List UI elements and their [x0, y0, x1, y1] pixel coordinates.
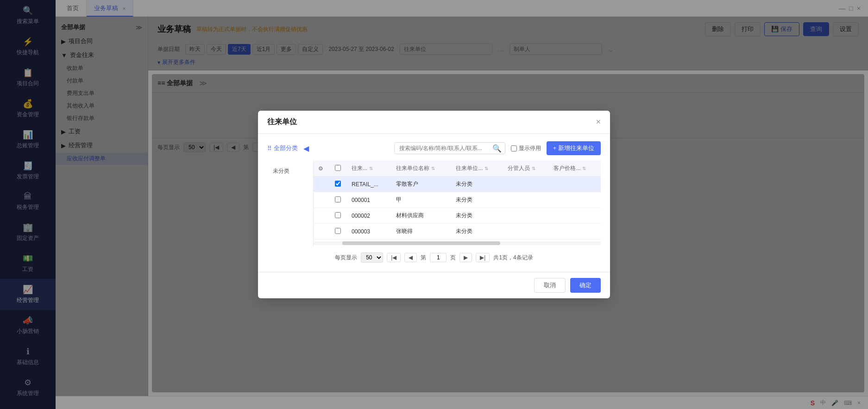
- row-settings: [314, 224, 330, 239]
- party-table-wrap: ⚙ 往来...⇅ 往来单位名称⇅ 往来单位...⇅ 分管人员⇅ 客户价格...⇅: [314, 161, 601, 247]
- page-unit: 页: [450, 254, 456, 262]
- row-category: 未分类: [451, 176, 503, 192]
- row-checkbox[interactable]: [330, 224, 347, 239]
- dialog-pagination: 每页显示 50 |◀ ◀ 第 页 ▶ ▶| 共1页，4条记录: [267, 247, 601, 264]
- party-dialog: 往来单位 × ⠿ 全部分类 ◀ 🔍: [258, 111, 610, 298]
- row-settings: [314, 208, 330, 224]
- modal-overlay: 往来单位 × ⠿ 全部分类 ◀ 🔍: [0, 0, 868, 409]
- col-name: 往来单位名称⇅: [391, 161, 451, 176]
- row-category: 未分类: [451, 192, 503, 208]
- row-checkbox[interactable]: [330, 208, 347, 224]
- dialog-content: 未分类 ⚙ 往来...⇅ 往来单位名称⇅ 往来单位...⇅: [267, 161, 601, 247]
- row-manager: [503, 192, 549, 208]
- row-select-3[interactable]: [335, 212, 341, 218]
- grid-icon: ⠿: [267, 145, 272, 152]
- dialog-toolbar: ⠿ 全部分类 ◀ 🔍 显示停用 + 新增往来单位: [267, 141, 601, 155]
- row-name: 甲: [391, 192, 451, 208]
- row-settings: [314, 192, 330, 208]
- row-code: 000001: [347, 192, 391, 208]
- row-name: 材料供应商: [391, 208, 451, 224]
- page-label: 第: [421, 254, 426, 262]
- category-panel: 未分类: [267, 161, 314, 247]
- table-row[interactable]: 000001 甲 未分类: [314, 192, 601, 208]
- table-row[interactable]: 000003 张晓得 未分类: [314, 224, 601, 239]
- dialog-close-button[interactable]: ×: [596, 117, 601, 127]
- collapse-category-icon[interactable]: ◀: [303, 144, 309, 153]
- dialog-body: ⠿ 全部分类 ◀ 🔍 显示停用 + 新增往来单位: [258, 134, 610, 272]
- search-wrap: 🔍: [394, 142, 505, 154]
- dialog-right-toolbar: 🔍 显示停用 + 新增往来单位: [394, 141, 601, 155]
- row-price: [549, 208, 601, 224]
- row-checkbox[interactable]: [330, 176, 347, 192]
- show-disabled-checkbox[interactable]: [511, 145, 517, 151]
- row-select-2[interactable]: [335, 196, 341, 202]
- dialog-left: ⠿ 全部分类 ◀: [267, 144, 309, 153]
- total-records: 共1页，4条记录: [493, 254, 533, 262]
- col-checkbox[interactable]: [330, 161, 347, 176]
- search-icon[interactable]: 🔍: [492, 144, 502, 153]
- row-price: [549, 192, 601, 208]
- col-settings[interactable]: ⚙: [314, 161, 330, 176]
- col-price: 客户价格...⇅: [549, 161, 601, 176]
- all-category-label: ⠿ 全部分类: [267, 144, 298, 152]
- row-category: 未分类: [451, 224, 503, 239]
- per-page-label: 每页显示: [335, 254, 357, 262]
- row-settings: [314, 176, 330, 192]
- row-category: 未分类: [451, 208, 503, 224]
- row-select-1[interactable]: [335, 181, 341, 187]
- dialog-footer: 取消 确定: [258, 272, 610, 298]
- dialog-page-input[interactable]: [430, 253, 447, 262]
- dialog-page-next[interactable]: ▶: [459, 253, 472, 262]
- cancel-button[interactable]: 取消: [534, 278, 566, 293]
- scrollbar-thumb: [342, 241, 500, 245]
- table-row[interactable]: RETAIL_... 零散客户 未分类: [314, 176, 601, 192]
- cat-item-uncategorized[interactable]: 未分类: [267, 164, 313, 178]
- col-manager: 分管人员⇅: [503, 161, 549, 176]
- select-all-checkbox[interactable]: [335, 165, 341, 171]
- row-checkbox[interactable]: [330, 192, 347, 208]
- col-category: 往来单位...⇅: [451, 161, 503, 176]
- row-manager: [503, 208, 549, 224]
- table-scrollbar[interactable]: [314, 241, 601, 245]
- dialog-header: 往来单位 ×: [258, 111, 610, 134]
- row-manager: [503, 176, 549, 192]
- row-price: [549, 176, 601, 192]
- row-name: 零散客户: [391, 176, 451, 192]
- col-code: 往来...⇅: [347, 161, 391, 176]
- dialog-per-page-select[interactable]: 50: [361, 252, 383, 263]
- row-code: RETAIL_...: [347, 176, 391, 192]
- dialog-title: 往来单位: [267, 117, 297, 127]
- dialog-page-last[interactable]: ▶|: [476, 253, 490, 262]
- row-code: 000003: [347, 224, 391, 239]
- party-table: ⚙ 往来...⇅ 往来单位名称⇅ 往来单位...⇅ 分管人员⇅ 客户价格...⇅: [314, 161, 601, 239]
- show-disabled-label[interactable]: 显示停用: [511, 145, 541, 152]
- table-row[interactable]: 000002 材料供应商 未分类: [314, 208, 601, 224]
- row-name: 张晓得: [391, 224, 451, 239]
- add-new-party-button[interactable]: + 新增往来单位: [547, 141, 601, 155]
- dialog-page-first[interactable]: |◀: [387, 253, 401, 262]
- party-search-input[interactable]: [394, 142, 505, 154]
- dialog-page-prev[interactable]: ◀: [404, 253, 417, 262]
- row-select-4[interactable]: [335, 228, 341, 234]
- row-manager: [503, 224, 549, 239]
- row-price: [549, 224, 601, 239]
- confirm-button[interactable]: 确定: [570, 278, 601, 293]
- row-code: 000002: [347, 208, 391, 224]
